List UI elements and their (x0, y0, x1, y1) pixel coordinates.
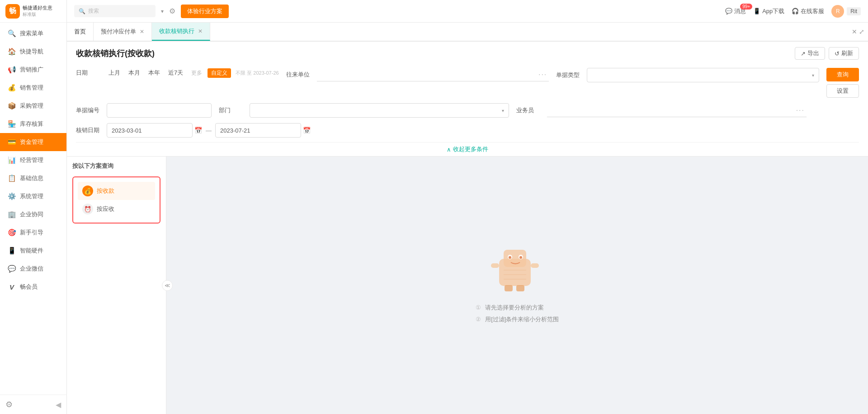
sidebar-collapse-icon[interactable]: ◀ (56, 400, 61, 409)
sidebar-item-member[interactable]: V 畅会员 (0, 278, 66, 296)
date-7days[interactable]: 近7天 (165, 68, 186, 78)
quick-nav-icon: 🏠 (7, 47, 16, 56)
sidebar-item-label: 企业微信 (20, 265, 43, 273)
header-search[interactable]: 🔍 搜索 (74, 5, 156, 17)
header-left: 🔍 搜索 ▾ ⚙ 体验行业方案 (74, 5, 229, 18)
sidebar: 畅 畅捷通好生意 标准版 🔍 搜索菜单 🏠 快捷导航 📢 营销推广 💰 销售管理… (0, 0, 67, 414)
calendar-end-icon[interactable]: 📅 (303, 127, 311, 134)
sidebar-item-marketing[interactable]: 📢 营销推广 (0, 61, 66, 79)
tab-receipt-offset-close[interactable]: ✕ (198, 28, 203, 34)
salesperson-input[interactable]: ··· (547, 104, 807, 117)
collapse-bar[interactable]: ∧ 收起更多条件 (444, 143, 491, 156)
user-avatar[interactable]: R Rit (831, 5, 861, 18)
sidebar-item-wecom[interactable]: 💬 企业微信 (0, 260, 66, 278)
sidebar-item-finance[interactable]: 💳 资金管理 (0, 133, 66, 151)
left-panel-collapse-btn[interactable]: ≪ (162, 280, 173, 291)
left-panel-box: 💰 按收款 ⏰ 按应收 (72, 176, 160, 224)
sidebar-item-purchase[interactable]: 📦 采购管理 (0, 97, 66, 115)
offset-date-end-input[interactable] (215, 123, 301, 138)
doc-type-select[interactable]: ▾ (587, 68, 819, 82)
app-download-button[interactable]: 📱 App下载 (753, 7, 784, 15)
date-this-month[interactable]: 本月 (126, 68, 143, 78)
logo-icon: 畅 (5, 4, 20, 19)
counterparty-input[interactable]: ··· (317, 68, 549, 81)
query-button[interactable]: 查询 (826, 68, 859, 81)
sidebar-item-system[interactable]: ⚙️ 系统管理 (0, 187, 66, 205)
offset-date-label: 核销日期 (76, 126, 103, 134)
date-more[interactable]: 更多 (189, 68, 205, 78)
export-icon: ↗ (801, 50, 806, 57)
svg-rect-8 (491, 263, 499, 268)
online-service-icon: 🎧 (792, 8, 799, 14)
svg-rect-9 (531, 263, 539, 268)
online-service-button[interactable]: 🎧 在线客服 (792, 7, 824, 15)
setting-button[interactable]: 设置 (826, 84, 859, 98)
tab-expand-icon[interactable]: ⤢ (859, 28, 864, 35)
dept-select[interactable]: ▾ (250, 103, 509, 118)
sidebar-item-quick-nav[interactable]: 🏠 快捷导航 (0, 43, 66, 61)
sidebar-item-smart-hw[interactable]: 📱 智能硬件 (0, 242, 66, 260)
left-panel-title: 按以下方案查询 (72, 162, 160, 173)
date-last-month[interactable]: 上月 (106, 68, 123, 78)
by-receipt-label: 按收款 (97, 187, 114, 195)
refresh-button[interactable]: ↺ 刷新 (829, 47, 859, 60)
svg-point-4 (509, 256, 511, 259)
doc-num-input[interactable] (107, 103, 212, 118)
sidebar-item-search-menu[interactable]: 🔍 搜索菜单 (0, 24, 66, 43)
tab-prepay[interactable]: 预付冲应付单 ✕ (94, 23, 152, 41)
main-area: 🔍 搜索 ▾ ⚙ 体验行业方案 💬 消息 99+ 📱 App下载 🎧 在线客服 (67, 0, 868, 414)
industry-solution-button[interactable]: 体验行业方案 (181, 5, 229, 18)
offset-date-group: 核销日期 📅 — 📅 (76, 123, 311, 138)
doc-num-label: 单据编号 (76, 106, 103, 114)
header-dropdown-icon[interactable]: ▾ (161, 8, 164, 14)
sidebar-item-guide[interactable]: 🎯 新手引导 (0, 224, 66, 242)
tab-prepay-close[interactable]: ✕ (140, 29, 144, 35)
sidebar-item-enterprise[interactable]: 🏢 企业协同 (0, 205, 66, 224)
tab-home[interactable]: 首页 (67, 23, 94, 41)
sidebar-item-label: 经营管理 (20, 156, 43, 164)
offset-date-start-input[interactable] (107, 123, 193, 138)
tab-close-all-icon[interactable]: ✕ (852, 28, 857, 35)
counterparty-label: 往来单位 (286, 71, 313, 79)
doc-type-chevron: ▾ (812, 73, 814, 78)
app-download-label: App下载 (762, 7, 784, 15)
filter-option-by-receivable[interactable]: ⏰ 按应收 (78, 200, 155, 218)
counterparty-group: 往来单位 ··· (286, 68, 549, 81)
empty-hint-1-text: 请先选择要分析的方案 (485, 304, 544, 311)
svg-rect-7 (516, 285, 524, 291)
counterparty-dots[interactable]: ··· (538, 71, 547, 79)
date-custom-badge[interactable]: 自定义 (208, 68, 231, 78)
smart-hw-icon: 📱 (7, 246, 16, 255)
sidebar-item-label: 新手引导 (20, 228, 43, 237)
tab-receipt-offset[interactable]: 收款核销执行 ✕ (152, 23, 210, 41)
sidebar-nav: 🔍 搜索菜单 🏠 快捷导航 📢 营销推广 💰 销售管理 📦 采购管理 🏪 库存核… (0, 23, 66, 395)
query-btn-group: 查询 设置 (826, 68, 859, 98)
salesperson-dots[interactable]: ··· (796, 106, 805, 114)
empty-num-2: ② (476, 316, 481, 323)
basic-info-icon: 📋 (7, 174, 16, 183)
empty-text: ① 请先选择要分析的方案 ② 用[过滤]条件来缩小分析范围 (476, 302, 559, 325)
inventory-icon: 🏪 (7, 119, 16, 128)
export-label: 导出 (807, 49, 819, 57)
sidebar-item-operations[interactable]: 📊 经营管理 (0, 151, 66, 169)
offset-date-start-wrap: 📅 (107, 123, 202, 138)
header-gear-icon[interactable]: ⚙ (169, 7, 175, 15)
sidebar-item-basic-info[interactable]: 📋 基础信息 (0, 169, 66, 187)
sidebar-item-label: 系统管理 (20, 192, 43, 200)
message-button[interactable]: 💬 消息 99+ (725, 7, 746, 15)
user-name: Rit (847, 7, 861, 15)
sidebar-item-sales[interactable]: 💰 销售管理 (0, 79, 66, 97)
export-button[interactable]: ↗ 导出 (795, 47, 825, 60)
app-logo: 畅 畅捷通好生意 标准版 (0, 0, 66, 23)
date-this-year[interactable]: 本年 (146, 68, 163, 78)
calendar-start-icon[interactable]: 📅 (194, 127, 202, 134)
sidebar-item-inventory[interactable]: 🏪 库存核算 (0, 115, 66, 133)
finance-icon: 💳 (7, 138, 16, 147)
empty-robot-svg (490, 245, 544, 295)
member-icon: V (7, 282, 16, 291)
filter-option-by-receipt[interactable]: 💰 按收款 (78, 182, 155, 200)
collapse-bar-wrapper: ∧ 收起更多条件 (76, 142, 859, 156)
sidebar-settings-icon[interactable]: ⚙ (5, 400, 13, 409)
tab-home-label: 首页 (74, 28, 86, 36)
sidebar-item-label: 企业协同 (20, 210, 43, 219)
